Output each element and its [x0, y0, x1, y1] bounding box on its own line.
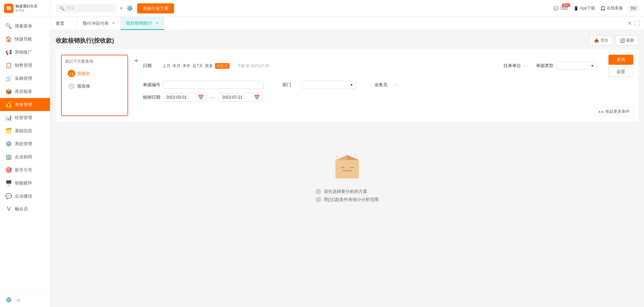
employee-label: 业务员 — [374, 82, 391, 88]
filter-date-item: 日期 上月 本月 本年 近7天 更多 自定义 — [143, 63, 229, 69]
topbar-dropdown-arrow[interactable]: ▾ — [120, 6, 122, 11]
message-icon: 💬 — [554, 6, 559, 11]
sidebar-item-member[interactable]: V畅会员 — [0, 203, 50, 215]
sidebar-item-wechat[interactable]: 💬企业微信 — [0, 190, 50, 203]
sidebar-item-quick-nav[interactable]: 🏠快捷导航 — [0, 33, 50, 46]
counterpart-dots[interactable]: ··· — [524, 63, 528, 69]
empty-text: 1 请先选择要分析的方案 2 用[过滤]条件来缩小分析范围 — [316, 189, 378, 205]
counterpart-item: 往来单位 ··· — [503, 63, 528, 69]
verify-date-end[interactable]: 2023-07-21 📅 — [219, 93, 263, 102]
sidebar-item-inventory[interactable]: 📦库存核算 — [0, 85, 50, 98]
filter-row-2: 单据编号 部门 ▾ 业务员 — [143, 81, 633, 89]
doc-no-item: 单据编号 — [143, 81, 264, 89]
topbar-search-box[interactable]: 🔍 搜索 — [56, 4, 116, 12]
message-button[interactable]: 💬 消息 99+ — [554, 5, 568, 11]
calendar-start-icon[interactable]: 📅 — [198, 95, 204, 100]
date-quick-options: 上月 本月 本年 近7天 更多 自定义 — [162, 63, 229, 69]
date-this-month[interactable]: 本月 — [172, 63, 180, 69]
page-content: 收款核销执行(按收款) 📤 导出 🔄 刷新 按以下方案查询 — [50, 30, 644, 307]
sidebar-item-basic-info[interactable]: 🗂️基础信息 — [0, 124, 50, 137]
employee-dots[interactable]: ··· — [394, 82, 398, 88]
doc-type-select[interactable]: ▾ — [556, 62, 596, 70]
date-7days[interactable]: 近7天 — [193, 63, 203, 69]
employee-item: 业务员 ··· — [374, 82, 398, 88]
department-item: 部门 ▾ — [282, 81, 356, 89]
panel-collapse-button[interactable]: ◀ — [132, 58, 139, 63]
page-title: 收款核销执行(按收款) — [56, 37, 114, 45]
empty-num-1: 1 — [316, 189, 321, 194]
quick-nav-label: 快捷导航 — [15, 36, 32, 42]
prepay-tab-close[interactable]: ✕ — [112, 21, 115, 25]
export-button[interactable]: 📤 导出 — [590, 36, 613, 45]
svg-point-6 — [355, 154, 356, 156]
sidebar-item-finance[interactable]: 💰资金管理 — [0, 98, 50, 111]
sidebar-item-hardware[interactable]: 🖥️智能硬件 — [0, 176, 50, 190]
doc-no-input[interactable] — [163, 81, 264, 89]
sidebar-footer: ⚙️ ◀ — [0, 292, 50, 307]
settings-button[interactable]: 设置 — [608, 67, 633, 77]
svg-rect-5 — [342, 170, 352, 171]
sales-icon: 📋 — [5, 62, 12, 68]
filter-by-receipt[interactable]: 💰 按收款 — [65, 68, 124, 79]
message-badge: 99+ — [562, 3, 570, 7]
collapse-sidebar-icon[interactable]: ◀ — [16, 297, 20, 303]
date-last-month[interactable]: 上月 — [162, 63, 170, 69]
system-label: 系统管理 — [15, 141, 32, 147]
sales-label: 销售管理 — [15, 62, 32, 68]
topbar: 🔍 搜索 ▾ ⚙️ 体验行业方案 💬 消息 99+ 📱 App下载 🎧 在线客服… — [50, 0, 644, 17]
marketing-label: 营销推广 — [15, 49, 32, 55]
sidebar-item-marketing[interactable]: 📢营销推广 — [0, 46, 50, 59]
member-label: 畅会员 — [15, 206, 28, 212]
tab-actions: ✕ ⛶ — [624, 17, 644, 30]
date-more[interactable]: 更多 — [205, 63, 213, 69]
refresh-button[interactable]: 🔄 刷新 — [615, 36, 639, 45]
date-this-year[interactable]: 本年 — [182, 63, 191, 69]
collapse-more-label: 收起更多条件 — [605, 109, 630, 114]
filter-by-receivable[interactable]: 🕐 按应收 — [65, 81, 124, 92]
sidebar-item-enterprise[interactable]: 🏢企业协同 — [0, 150, 50, 163]
logo-badge: 标准版 — [15, 8, 38, 13]
logo-icon: 畅 — [4, 4, 13, 13]
marketing-icon: 📢 — [5, 49, 12, 55]
svg-point-8 — [336, 156, 338, 157]
sidebar-item-purchase[interactable]: 🛒采购管理 — [0, 72, 50, 85]
sidebar-item-search-menu[interactable]: 🔍搜索菜单 — [0, 19, 50, 33]
online-service-button[interactable]: 🎧 在线客服 — [600, 5, 623, 11]
solution-button[interactable]: 体验行业方案 — [137, 3, 174, 13]
department-select[interactable]: ▾ — [302, 81, 356, 89]
verify-date-start[interactable]: 2023-03-01 📅 — [163, 93, 207, 102]
date-unlimited-text: 不限 至 2023-07-26 — [237, 64, 269, 68]
maximize-tab-icon[interactable]: ⛶ — [635, 20, 640, 27]
query-button[interactable]: 查询 — [608, 55, 633, 65]
sidebar-item-sales[interactable]: 📋销售管理 — [0, 59, 50, 72]
collapse-more-button[interactable]: ∧∧ 收起更多条件 — [594, 107, 633, 116]
settings-footer-icon[interactable]: ⚙️ — [5, 297, 12, 303]
tab-home[interactable]: 首页 — [50, 17, 77, 30]
svg-point-7 — [357, 158, 358, 159]
close-tab-icon[interactable]: ✕ — [628, 20, 632, 27]
svg-rect-4 — [350, 167, 354, 168]
sidebar-item-system[interactable]: ⚙️系统管理 — [0, 137, 50, 150]
svg-marker-1 — [335, 155, 347, 160]
guide-icon: 🎯 — [5, 167, 12, 173]
topbar-gear-icon[interactable]: ⚙️ — [126, 5, 133, 11]
tab-collection[interactable]: 收款核销执行 ✕ — [121, 17, 164, 30]
sidebar-item-operations[interactable]: 📊经营管理 — [0, 111, 50, 124]
collection-tab-close[interactable]: ✕ — [156, 21, 159, 25]
user-area[interactable]: Rit — [628, 5, 639, 12]
date-custom-badge[interactable]: 自定义 — [215, 63, 229, 69]
app-download-button[interactable]: 📱 App下载 — [574, 5, 595, 11]
tabbar: 首页 预付冲应付单 ✕ 收款核销执行 ✕ ✕ ⛶ — [50, 17, 644, 30]
tab-prepay[interactable]: 预付冲应付单 ✕ — [77, 17, 121, 30]
hardware-icon: 🖥️ — [5, 180, 12, 186]
svg-marker-2 — [347, 155, 359, 160]
verify-date-start-text: 2023-03-01 — [166, 95, 186, 100]
system-icon: ⚙️ — [5, 141, 12, 147]
calendar-end-icon[interactable]: 📅 — [254, 95, 260, 100]
collapse-more-icon: ∧∧ — [598, 109, 604, 114]
operations-label: 经营管理 — [15, 115, 32, 121]
svg-rect-0 — [335, 160, 359, 178]
collection-tab-label: 收款核销执行 — [126, 20, 152, 26]
member-icon: V — [5, 206, 12, 212]
sidebar-item-guide[interactable]: 🎯新手引导 — [0, 163, 50, 176]
